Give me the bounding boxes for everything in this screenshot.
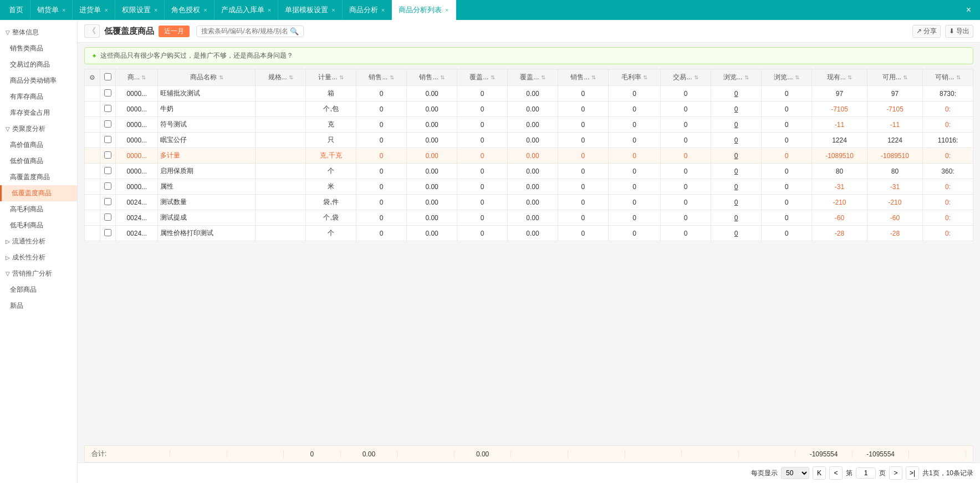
- col-coverage2[interactable]: 覆盖... ⇅: [507, 69, 558, 86]
- col-current[interactable]: 现有... ⇅: [812, 69, 867, 86]
- sidebar-section-marketing[interactable]: ▽ 营销推广分析: [0, 266, 77, 282]
- nav-close-product-analysis[interactable]: ×: [381, 0, 385, 20]
- col-unit[interactable]: 计量... ⇅: [306, 69, 356, 86]
- sidebar-item-low-coverage[interactable]: 低覆盖度商品: [0, 185, 77, 201]
- per-page-select[interactable]: 102050100: [781, 467, 809, 479]
- sidebar-item-all-products[interactable]: 全部商品: [0, 282, 77, 298]
- col-sales-count2[interactable]: 销售... ⇅: [558, 69, 608, 86]
- col-trade[interactable]: 交易... ⇅: [661, 69, 711, 86]
- col-coverage1[interactable]: 覆盖... ⇅: [457, 69, 508, 86]
- sidebar-item-new-products[interactable]: 新品: [0, 298, 77, 314]
- nav-close-product-analysis-list[interactable]: ×: [445, 0, 448, 20]
- nav-close-purchase-order[interactable]: ×: [104, 0, 108, 20]
- row-checkbox[interactable]: [104, 213, 111, 221]
- cell-checkbox[interactable]: [100, 226, 116, 241]
- nav-product-analysis[interactable]: 商品分析 ×: [343, 0, 392, 20]
- sidebar-item-low-margin[interactable]: 低毛利商品: [0, 217, 77, 233]
- sidebar-section-circulation[interactable]: ▷ 流通性分析: [0, 233, 77, 250]
- close-all-tabs[interactable]: ×: [959, 5, 978, 15]
- col-browse2[interactable]: 浏览... ⇅: [762, 69, 812, 86]
- browse-link[interactable]: 0: [734, 230, 738, 237]
- browse-link[interactable]: 0: [734, 167, 738, 175]
- sidebar-item-stock-capital[interactable]: 库存资金占用: [0, 105, 77, 121]
- col-available[interactable]: 可用... ⇅: [867, 69, 923, 86]
- cell-checkbox[interactable]: [100, 86, 116, 101]
- select-all-checkbox[interactable]: [104, 73, 111, 80]
- cell-checkbox[interactable]: [100, 148, 116, 164]
- sidebar-section-overall[interactable]: ▽ 整体信息: [0, 24, 77, 40]
- nav-sales-order[interactable]: 销货单 ×: [30, 0, 73, 20]
- sidebar-section-cluster[interactable]: ▽ 类聚度分析: [0, 121, 77, 137]
- cell-checkbox[interactable]: [100, 164, 116, 179]
- cell-browse2: 0: [762, 133, 812, 148]
- row-checkbox[interactable]: [104, 105, 111, 112]
- row-checkbox[interactable]: [104, 229, 111, 236]
- nav-close-permissions[interactable]: ×: [154, 0, 157, 20]
- row-checkbox[interactable]: [104, 89, 111, 96]
- sidebar-collapse-btn[interactable]: 《: [84, 24, 100, 38]
- nav-template-settings[interactable]: 单据模板设置 ×: [278, 0, 342, 20]
- row-checkbox[interactable]: [104, 151, 111, 159]
- col-code[interactable]: 商... ⇅: [116, 69, 158, 86]
- export-button[interactable]: ⬇ 导出: [945, 25, 973, 38]
- browse-link[interactable]: 0: [734, 105, 738, 113]
- next-page-btn[interactable]: >: [889, 466, 902, 480]
- sidebar-item-high-margin[interactable]: 高毛利商品: [0, 201, 77, 217]
- share-button[interactable]: ↗ 分享: [912, 25, 941, 38]
- sidebar-item-high-value[interactable]: 高价值商品: [0, 137, 77, 153]
- sidebar-item-in-stock[interactable]: 有库存商品: [0, 89, 77, 105]
- gear-icon[interactable]: ⚙: [89, 74, 95, 82]
- nav-permissions[interactable]: 权限设置 ×: [115, 0, 165, 20]
- browse-link[interactable]: 0: [734, 183, 738, 191]
- browse-link[interactable]: 0: [734, 136, 738, 144]
- nav-purchase-order[interactable]: 进货单 ×: [73, 0, 115, 20]
- col-sales-amount[interactable]: 销售... ⇅: [407, 69, 457, 86]
- col-spec[interactable]: 规格... ⇅: [256, 69, 306, 86]
- prev-page-btn[interactable]: <: [829, 466, 843, 480]
- row-checkbox[interactable]: [104, 120, 111, 128]
- cell-checkbox[interactable]: [100, 133, 116, 148]
- row-checkbox[interactable]: [104, 182, 111, 190]
- col-browse1[interactable]: 浏览... ⇅: [711, 69, 762, 86]
- browse-link[interactable]: 0: [734, 214, 738, 222]
- sidebar-item-category-rate[interactable]: 商品分类动销率: [0, 73, 77, 89]
- cell-checkbox[interactable]: [100, 179, 116, 195]
- row-checkbox[interactable]: [104, 167, 111, 174]
- row-checkbox[interactable]: [104, 136, 111, 143]
- cell-checkbox[interactable]: [100, 101, 116, 117]
- date-filter-btn[interactable]: 近一月: [159, 26, 190, 37]
- cell-code: 0000...: [116, 101, 158, 117]
- nav-finished-goods[interactable]: 产成品入库单 ×: [215, 0, 278, 20]
- col-sellable[interactable]: 可销... ⇅: [922, 69, 973, 86]
- cell-checkbox[interactable]: [100, 117, 116, 133]
- nav-close-template-settings[interactable]: ×: [331, 0, 335, 20]
- cell-checkbox[interactable]: [100, 210, 116, 226]
- browse-link[interactable]: 0: [734, 199, 738, 206]
- nav-close-finished-goods[interactable]: ×: [268, 0, 271, 20]
- nav-role-auth[interactable]: 角色授权 ×: [165, 0, 214, 20]
- cell-checkbox[interactable]: [100, 195, 116, 210]
- nav-product-analysis-list[interactable]: 商品分析列表 ×: [392, 0, 456, 20]
- sidebar-item-sales-products[interactable]: 销售类商品: [0, 40, 77, 57]
- sidebar-item-low-value[interactable]: 低价值商品: [0, 153, 77, 169]
- sidebar-item-traded-products[interactable]: 交易过的商品: [0, 57, 77, 73]
- browse-link[interactable]: 0: [734, 152, 738, 160]
- browse-link[interactable]: 0: [734, 121, 738, 129]
- search-input[interactable]: [201, 27, 290, 35]
- col-name[interactable]: 商品名称 ⇅: [158, 69, 256, 86]
- col-settings[interactable]: ⚙: [85, 69, 100, 86]
- sidebar-section-growth[interactable]: ▷ 成长性分析: [0, 250, 77, 266]
- first-page-btn[interactable]: K: [813, 466, 826, 480]
- row-checkbox[interactable]: [104, 198, 111, 205]
- cell-available: 1224: [867, 133, 923, 148]
- col-gross-rate[interactable]: 毛利率 ⇅: [608, 69, 660, 86]
- sidebar-item-high-coverage[interactable]: 高覆盖度商品: [0, 169, 77, 185]
- page-input[interactable]: [856, 467, 876, 479]
- nav-close-role-auth[interactable]: ×: [203, 0, 207, 20]
- last-page-btn[interactable]: >|: [906, 466, 919, 480]
- col-sales-count[interactable]: 销售... ⇅: [356, 69, 407, 86]
- nav-home[interactable]: 首页: [2, 0, 30, 20]
- nav-close-sales-order[interactable]: ×: [62, 0, 65, 20]
- browse-link[interactable]: 0: [734, 90, 738, 98]
- footer-gr: [568, 450, 625, 458]
